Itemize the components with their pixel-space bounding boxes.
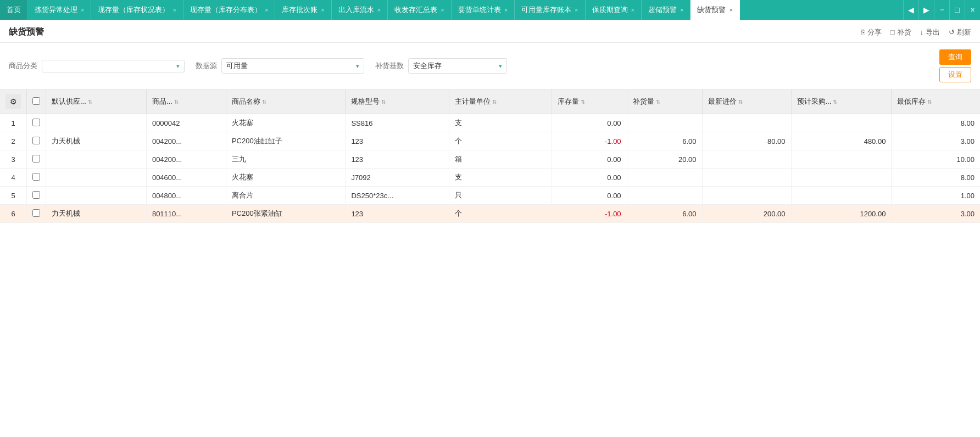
tab-close-available[interactable]: ×	[575, 7, 578, 13]
row-latest-price	[702, 150, 791, 169]
row-stock: -1.00	[552, 132, 627, 150]
row-name: 火花塞	[226, 169, 345, 187]
tab-order-stat[interactable]: 要货单统计表 ×	[452, 0, 515, 20]
row-checkbox[interactable]	[27, 169, 46, 187]
min-stock-sort-icon: ⇅	[927, 99, 932, 105]
tab-overstock[interactable]: 超储预警 ×	[642, 0, 691, 20]
tab-close-overstock[interactable]: ×	[680, 7, 683, 13]
col-latest-price[interactable]: 最新进价 ⇅	[702, 89, 791, 114]
row-expected-purchase	[791, 187, 892, 205]
tab-stock-status[interactable]: 现存量（库存状况表） ×	[91, 0, 183, 20]
row-code: 004200...	[146, 132, 226, 150]
row-checkbox[interactable]	[27, 205, 46, 223]
row-seq: 5	[0, 187, 27, 205]
tab-collect[interactable]: 收发存汇总表 ×	[388, 0, 451, 20]
export-icon: ↓	[920, 28, 924, 36]
col-stock[interactable]: 库存量 ⇅	[552, 89, 627, 114]
row-spec: J7092	[346, 169, 449, 187]
tab-close-abnormal[interactable]: ×	[81, 7, 84, 13]
datasource-select[interactable]: 可用量 ▾	[221, 58, 364, 74]
header-actions: ⎘ 分享 □ 补货 ↓ 导出 ↺ 刷新	[861, 27, 971, 37]
row-seq: 4	[0, 169, 27, 187]
col-check	[27, 89, 46, 114]
table-container: ⚙ 默认供应... ⇅ 商品... ⇅	[0, 89, 980, 223]
code-sort-icon: ⇅	[174, 99, 179, 105]
row-code: 004800...	[146, 187, 226, 205]
query-button[interactable]: 查询	[939, 49, 971, 65]
window-close[interactable]: ×	[965, 0, 980, 20]
filter-bar: 商品分类 ▾ 数据源 可用量 ▾ 补货基数 安全库存 ▾ 查询 设置	[0, 43, 980, 89]
share-button[interactable]: ⎘ 分享	[861, 27, 882, 37]
window-minimize[interactable]: －	[934, 0, 949, 20]
row-supplier	[46, 187, 147, 205]
settings-button[interactable]: 设置	[939, 67, 971, 82]
col-gear: ⚙	[0, 89, 27, 114]
column-settings-gear[interactable]: ⚙	[5, 94, 21, 109]
row-name: PC200张紧油缸	[226, 205, 345, 223]
tab-close-stock-dist[interactable]: ×	[265, 7, 268, 13]
tab-available[interactable]: 可用量库存账本 ×	[515, 0, 585, 20]
export-button[interactable]: ↓ 导出	[920, 27, 940, 37]
table-header-row: ⚙ 默认供应... ⇅ 商品... ⇅	[0, 89, 980, 114]
row-replenish-qty: 6.00	[627, 132, 702, 150]
refresh-button[interactable]: ↺ 刷新	[949, 27, 971, 37]
category-dropdown-arrow: ▾	[176, 63, 180, 70]
table-row: 2 力天机械 004200... PC200油缸缸子 123 个 -1.00 6…	[0, 132, 980, 150]
row-stock: 0.00	[552, 114, 627, 132]
window-maximize[interactable]: □	[949, 0, 965, 20]
row-stock: -1.00	[552, 205, 627, 223]
row-checkbox[interactable]	[27, 114, 46, 132]
row-checkbox[interactable]	[27, 132, 46, 150]
row-name: 离合片	[226, 187, 345, 205]
tab-close-batch[interactable]: ×	[321, 7, 324, 13]
tab-abnormal[interactable]: 拣货异常处理 ×	[28, 0, 91, 20]
row-seq: 3	[0, 150, 27, 169]
category-select[interactable]: ▾	[42, 60, 185, 72]
row-min-stock: 8.00	[892, 114, 980, 132]
category-filter-group: 商品分类 ▾	[9, 60, 185, 72]
tab-home[interactable]: 首页	[0, 0, 28, 20]
row-latest-price	[702, 114, 791, 132]
tab-close-collect[interactable]: ×	[441, 7, 444, 13]
tab-close-expiry[interactable]: ×	[631, 7, 634, 13]
tab-close-stock-status[interactable]: ×	[172, 7, 176, 13]
tab-close-inout[interactable]: ×	[377, 7, 381, 13]
tab-batch[interactable]: 库存批次账 ×	[275, 0, 331, 20]
row-supplier: 力天机械	[46, 132, 147, 150]
row-supplier: 力天机械	[46, 205, 147, 223]
row-supplier	[46, 114, 147, 132]
tab-inout[interactable]: 出入库流水 ×	[332, 0, 388, 20]
tab-bar: 首页 拣货异常处理 × 现存量（库存状况表） × 现存量（库存分布表） × 库存…	[0, 0, 980, 20]
col-name[interactable]: 商品名称 ⇅	[226, 89, 345, 114]
tab-scroll-left[interactable]: ◀	[903, 0, 918, 20]
stock-sort-icon: ⇅	[581, 99, 585, 105]
row-checkbox[interactable]	[27, 150, 46, 169]
row-code: 004600...	[146, 169, 226, 187]
col-expected-purchase[interactable]: 预计采购... ⇅	[791, 89, 892, 114]
col-min-stock[interactable]: 最低库存 ⇅	[892, 89, 980, 114]
tab-scroll-right[interactable]: ▶	[918, 0, 934, 20]
select-all-checkbox[interactable]	[32, 97, 40, 105]
row-expected-purchase: 1200.00	[791, 205, 892, 223]
replenish-button[interactable]: □ 补货	[890, 27, 911, 37]
col-code[interactable]: 商品... ⇅	[146, 89, 226, 114]
col-supplier[interactable]: 默认供应... ⇅	[46, 89, 147, 114]
row-latest-price	[702, 187, 791, 205]
col-spec[interactable]: 规格型号 ⇅	[346, 89, 449, 114]
row-latest-price: 200.00	[702, 205, 791, 223]
col-replenish-qty[interactable]: 补货量 ⇅	[627, 89, 702, 114]
category-label: 商品分类	[9, 61, 37, 71]
tab-shortage[interactable]: 缺货预警 ×	[691, 0, 739, 20]
replenish-select[interactable]: 安全库存 ▾	[408, 58, 507, 74]
row-name: 火花塞	[226, 114, 345, 132]
tab-close-shortage[interactable]: ×	[729, 7, 732, 13]
row-checkbox[interactable]	[27, 187, 46, 205]
row-expected-purchase: 480.00	[791, 132, 892, 150]
datasource-value: 可用量	[226, 61, 248, 71]
tab-expiry[interactable]: 保质期查询 ×	[586, 0, 642, 20]
tab-close-order-stat[interactable]: ×	[504, 7, 508, 13]
page-header: 缺货预警 ⎘ 分享 □ 补货 ↓ 导出 ↺ 刷新	[0, 20, 980, 43]
row-supplier	[46, 169, 147, 187]
col-unit[interactable]: 主计量单位 ⇅	[449, 89, 552, 114]
tab-stock-dist[interactable]: 现存量（库存分布表） ×	[183, 0, 275, 20]
